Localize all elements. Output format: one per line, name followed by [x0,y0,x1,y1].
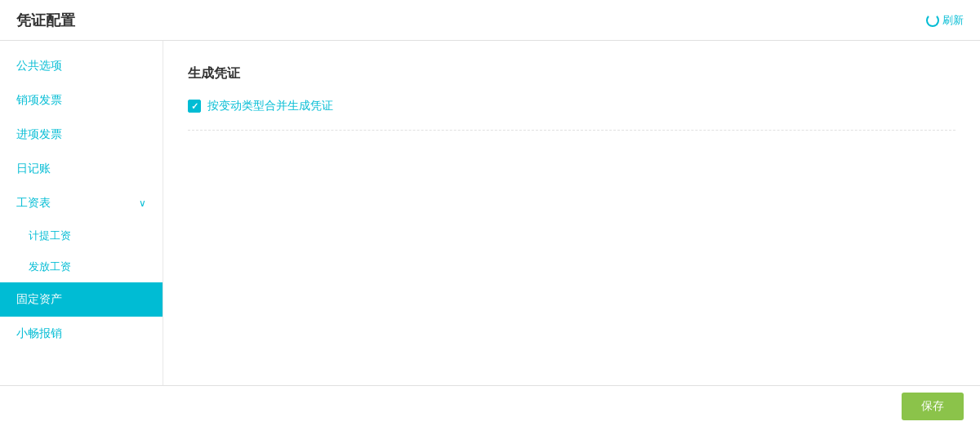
main-layout: 公共选项 销项发票 进项发票 日记账 工资表 ∨ 计提工资 发放工资 固定资 [0,41,980,385]
sidebar-item-payroll[interactable]: 工资表 ∨ [0,186,163,220]
merge-checkbox[interactable] [188,100,201,113]
header: 凭证配置 刷新 [0,0,980,41]
sidebar-item-paid-payroll[interactable]: 发放工资 [0,251,163,282]
chevron-down-icon: ∨ [139,197,146,209]
content-area: 生成凭证 按变动类型合并生成凭证 [163,41,980,385]
sidebar-item-purchase-invoice[interactable]: 进项发票 [0,118,163,152]
sidebar-item-label: 公共选项 [16,59,62,73]
page-title: 凭证配置 [16,11,75,30]
sidebar-item-label: 进项发票 [16,127,62,142]
refresh-icon [926,14,939,27]
checkbox-row[interactable]: 按变动类型合并生成凭证 [188,99,956,113]
sidebar-sub-item-label: 发放工资 [29,260,71,273]
save-button[interactable]: 保存 [902,393,964,420]
checkbox-label: 按变动类型合并生成凭证 [207,99,333,113]
sidebar-item-label: 日记账 [16,162,51,176]
sidebar-item-public[interactable]: 公共选项 [0,49,163,83]
divider [188,130,956,131]
sidebar-item-label: 销项发票 [16,93,62,108]
sidebar-item-accrued-payroll[interactable]: 计提工资 [0,220,163,251]
sidebar: 公共选项 销项发票 进项发票 日记账 工资表 ∨ 计提工资 发放工资 固定资 [0,41,163,385]
section-title: 生成凭证 [188,65,956,82]
sidebar-item-journal[interactable]: 日记账 [0,152,163,186]
sidebar-item-label: 固定资产 [16,292,62,307]
sidebar-sub-item-label: 计提工资 [29,229,71,242]
sidebar-item-sales-invoice[interactable]: 销项发票 [0,83,163,118]
sidebar-item-label: 小畅报销 [16,326,62,341]
sidebar-item-label: 工资表 [16,196,51,211]
sidebar-item-expense[interactable]: 小畅报销 [0,317,163,351]
footer: 保存 [0,385,980,426]
refresh-button[interactable]: 刷新 [926,13,964,28]
sidebar-item-fixed-assets[interactable]: 固定资产 [0,282,163,317]
refresh-label: 刷新 [942,13,964,28]
page-wrapper: 凭证配置 刷新 公共选项 销项发票 进项发票 日记账 工资表 ∨ [0,0,980,426]
